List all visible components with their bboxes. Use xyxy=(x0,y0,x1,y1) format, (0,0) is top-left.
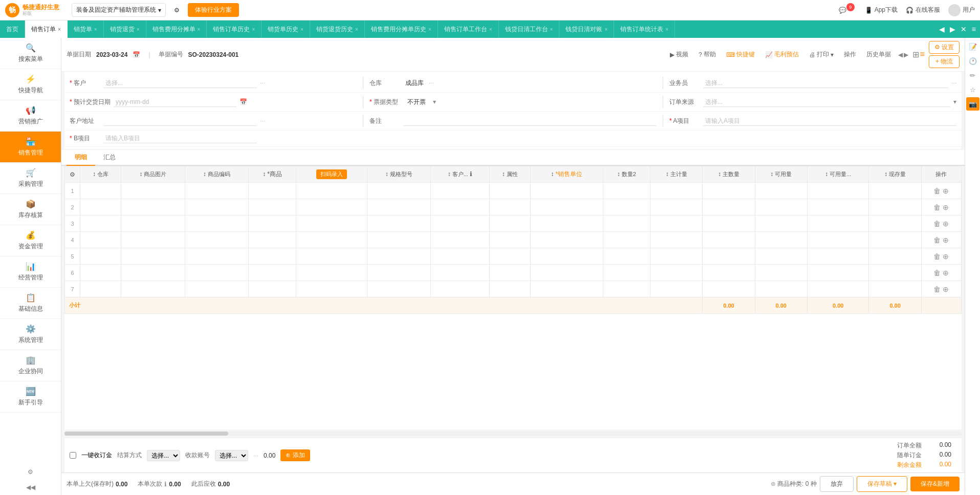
copy-row-btn[interactable]: ⊕ xyxy=(943,220,949,228)
tab-cash-reconcile[interactable]: 钱贷日清对账 × xyxy=(559,20,614,38)
sidebar-item-purchase[interactable]: 🛒 采购管理 xyxy=(0,163,61,194)
copy-row-btn[interactable]: ⊕ xyxy=(943,203,949,211)
tab-next-button[interactable]: ▶ xyxy=(948,25,957,33)
add-button[interactable]: ⊕ 添加 xyxy=(280,449,310,461)
right-sidebar-remark-btn[interactable]: 📝 xyxy=(966,40,979,53)
customer-input[interactable] xyxy=(103,78,257,88)
scrollbar-thumb[interactable] xyxy=(64,432,228,436)
settlement-method-select[interactable]: 选择... xyxy=(147,450,180,461)
solution-button[interactable]: 体验行业方案 xyxy=(188,3,239,17)
add-product-btn[interactable]: + 物流 xyxy=(929,55,960,68)
copy-row-btn[interactable]: ⊕ xyxy=(943,236,949,244)
sidebar-item-search[interactable]: 🔍 搜索菜单 xyxy=(0,38,61,69)
delete-row-btn[interactable]: 🗑 xyxy=(933,187,941,195)
tab-detail[interactable]: 明细 xyxy=(67,150,95,166)
tab-sales-return[interactable]: 销货单 × xyxy=(68,20,104,38)
history-button[interactable]: 历史单据 xyxy=(863,49,894,60)
discard-button[interactable]: 放弃 xyxy=(820,476,854,492)
chevron-down-icon3[interactable]: ▾ xyxy=(433,98,436,105)
copy-row-btn[interactable]: ⊕ xyxy=(943,269,949,277)
collection-account-select[interactable]: 选择... xyxy=(215,450,248,461)
settings-btn[interactable]: ⚙ 设置 xyxy=(929,41,960,54)
tab-sales-refund[interactable]: 销货退货 × xyxy=(104,20,146,38)
nav-prev-icon[interactable]: ◀ xyxy=(898,51,903,58)
sidebar-item-quick-nav[interactable]: ⚡ 快捷导航 xyxy=(0,69,61,100)
order-source-input[interactable] xyxy=(703,97,950,107)
close-icon[interactable]: × xyxy=(58,27,61,32)
tab-prev-button[interactable]: ◀ xyxy=(937,25,947,33)
right-sidebar-scan-btn[interactable]: 📷 xyxy=(966,97,979,111)
calendar-icon[interactable]: 📅 xyxy=(133,51,140,58)
col-settings[interactable]: ⚙ xyxy=(65,166,80,183)
tab-sales-return-history[interactable]: 销货单历史 × xyxy=(262,20,310,38)
close-icon[interactable]: × xyxy=(428,27,431,32)
sidebar-item-enterprise[interactable]: 🏢 企业协同 xyxy=(0,350,61,381)
list-icon[interactable]: ≡ xyxy=(920,50,925,59)
sidebar-item-guide[interactable]: 🆕 新手引导 xyxy=(0,381,61,413)
app-download-item[interactable]: 📱 App下载 xyxy=(865,6,898,14)
tab-cash-workbench[interactable]: 钱贷日清工作台 × xyxy=(499,20,560,38)
delete-row-btn[interactable]: 🗑 xyxy=(933,203,941,211)
one-click-settlement-checkbox[interactable] xyxy=(70,452,76,459)
operation-button[interactable]: 操作 xyxy=(841,49,859,60)
tab-sales-fee-history[interactable]: 销售费用分摊单历史 × xyxy=(365,20,438,38)
sidebar-item-sales[interactable]: 🏪 销售管理 xyxy=(0,132,61,163)
tab-sales-fee-split[interactable]: 销售费用分摊单 × xyxy=(146,20,207,38)
settings-gear[interactable]: ⚙ xyxy=(171,5,183,16)
tab-sales-stats[interactable]: 销售订单统计表 × xyxy=(614,20,675,38)
customer-dots[interactable]: ··· xyxy=(260,79,265,87)
copy-row-btn[interactable]: ⊕ xyxy=(943,252,949,261)
profit-preview-button[interactable]: 📈 毛利预估 xyxy=(762,49,802,60)
tab-close-all-button[interactable]: ✕ xyxy=(959,25,969,33)
close-icon[interactable]: × xyxy=(94,27,97,32)
tab-sales-refund-history[interactable]: 销货退货历史 × xyxy=(310,20,365,38)
save-new-button[interactable]: 保存&新增 xyxy=(910,477,960,491)
grid-icon[interactable]: ⊞ xyxy=(912,50,919,59)
sidebar-collapse-button[interactable]: ⚙ xyxy=(0,464,61,480)
online-service-item[interactable]: 🎧 在线客服 xyxy=(906,6,940,14)
warehouse-dots[interactable]: ··· xyxy=(429,79,434,87)
address-input[interactable] xyxy=(103,116,257,126)
sidebar-item-marketing[interactable]: 📢 营销推广 xyxy=(0,100,61,132)
delete-row-btn[interactable]: 🗑 xyxy=(933,236,941,244)
shortcut-button[interactable]: ⌨ 快捷键 xyxy=(723,49,758,60)
save-draft-button[interactable]: 保存草稿 ▾ xyxy=(857,476,907,492)
tab-menu-button[interactable]: ≡ xyxy=(970,25,978,33)
sidebar-item-system[interactable]: ⚙️ 系统管理 xyxy=(0,319,61,350)
a-project-input[interactable] xyxy=(703,116,956,126)
delete-row-btn[interactable]: 🗑 xyxy=(933,269,941,277)
sidebar-toggle-button[interactable]: ◀◀ xyxy=(0,480,61,495)
delete-row-btn[interactable]: 🗑 xyxy=(933,285,941,293)
col-scan[interactable]: 扫码录入 xyxy=(296,166,367,183)
right-sidebar-history-btn[interactable]: 🕐 xyxy=(966,54,979,68)
nav-next-icon[interactable]: ▶ xyxy=(904,51,908,58)
help-button[interactable]: ? 帮助 xyxy=(695,49,719,60)
delete-row-btn[interactable]: 🗑 xyxy=(933,220,941,228)
staff-dots[interactable]: ··· xyxy=(951,79,956,87)
close-icon[interactable]: × xyxy=(252,27,255,32)
account-dots[interactable]: ··· xyxy=(253,452,258,459)
copy-row-btn[interactable]: ⊕ xyxy=(943,187,949,195)
scan-btn[interactable]: 扫码录入 xyxy=(316,169,347,179)
tab-sales-order[interactable]: 销售订单 × xyxy=(25,20,68,38)
print-button[interactable]: 🖨 打印 ▾ xyxy=(806,49,837,60)
tab-summary[interactable]: 汇总 xyxy=(95,150,124,166)
close-icon[interactable]: × xyxy=(489,27,492,32)
tab-sales-order-workbench[interactable]: 销售订单工作台 × xyxy=(438,20,499,38)
staff-input[interactable] xyxy=(703,78,948,88)
user-item[interactable]: 用户 xyxy=(948,4,975,16)
address-dots[interactable]: ··· xyxy=(260,117,265,124)
horizontal-scrollbar[interactable] xyxy=(64,432,962,436)
right-sidebar-edit-btn[interactable]: ✏ xyxy=(966,69,979,82)
tab-sales-order-history[interactable]: 销售订单历史 × xyxy=(207,20,262,38)
expected-date-input[interactable] xyxy=(114,97,236,107)
remark-input[interactable] xyxy=(403,116,657,126)
sidebar-item-inventory[interactable]: 📦 库存核算 xyxy=(0,194,61,225)
close-icon[interactable]: × xyxy=(300,27,303,32)
sidebar-item-operations[interactable]: 📊 经营管理 xyxy=(0,256,61,288)
close-icon[interactable]: × xyxy=(604,27,607,32)
right-sidebar-star-btn[interactable]: ☆ xyxy=(966,83,979,96)
view-video-button[interactable]: ▶ 视频 xyxy=(667,49,691,60)
close-icon[interactable]: × xyxy=(355,27,358,32)
sidebar-item-base-info[interactable]: 📋 基础信息 xyxy=(0,288,61,319)
